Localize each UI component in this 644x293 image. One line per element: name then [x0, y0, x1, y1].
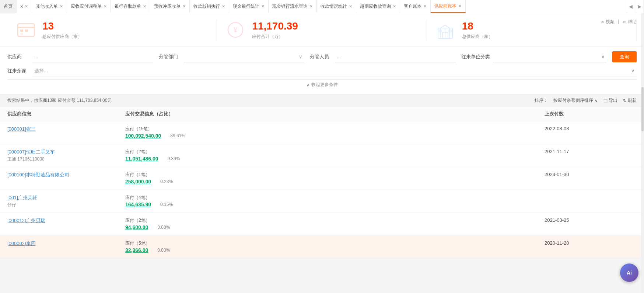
- transaction-label-6: 应付（5笔）: [125, 240, 545, 247]
- supplier-label: 供应商: [7, 54, 29, 60]
- dept-label: 分管部门: [159, 54, 181, 60]
- supplier-link-1[interactable]: [000001]张三: [7, 126, 36, 132]
- divider: |: [618, 19, 619, 25]
- nav-prepay-ar[interactable]: 预收冲应收单 ✕: [150, 0, 190, 13]
- nav-other-income-close[interactable]: ✕: [60, 4, 63, 9]
- video-link[interactable]: ⊙ 视频: [601, 19, 614, 25]
- nav-overdue-ar-close[interactable]: ✕: [393, 4, 396, 9]
- svg-text:¥: ¥: [234, 26, 237, 34]
- nav-bank-deposit[interactable]: 银行存取款单 ✕: [111, 0, 150, 13]
- nav-cash-bank-stat[interactable]: 现金银行统计 ✕: [229, 0, 269, 13]
- nav-arrow-left[interactable]: ◀: [626, 0, 635, 13]
- search-button[interactable]: 查询: [612, 51, 637, 62]
- stats-header: 13 总应付供应商（家） ¥ 11,170.39 应付合计（万）: [0, 13, 644, 47]
- lastpay-cell-6: 2020-11-20: [545, 240, 618, 246]
- supplier-cell-1: [000001]张三: [7, 126, 125, 132]
- nav-receipt-verify[interactable]: 收款核销执行 ✕: [190, 0, 229, 13]
- nav-receipt-verify-close[interactable]: ✕: [222, 4, 225, 9]
- scrollbar[interactable]: [641, 13, 644, 259]
- nav-arrows: ◀ ▶: [626, 0, 644, 13]
- collapse-button[interactable]: ∧ 收起更多条件: [7, 79, 637, 90]
- lastpay-cell-3: 2023-01-30: [545, 172, 618, 177]
- balance-label: 往来余额: [7, 68, 29, 74]
- transaction-cell-1: 应付（15笔） 100,092,540.00 89.61%: [125, 126, 545, 139]
- transaction-pct-3: 0.23%: [160, 179, 173, 184]
- nav-customer-book[interactable]: 客户账本 ✕: [400, 0, 431, 13]
- nav-home[interactable]: 首页: [0, 0, 17, 13]
- balance-input[interactable]: 选择... ∨: [32, 65, 637, 76]
- nav-cash-bank-stat-close[interactable]: ✕: [261, 4, 265, 9]
- results-bar: 搜索结果中，供应商13家 应付金额 111,703,854.00元 排序： 按应…: [0, 94, 644, 107]
- transaction-amount-3[interactable]: 258,000.00: [125, 179, 151, 185]
- svg-rect-12: [439, 30, 442, 32]
- lastpay-cell-2: 2021-11-17: [545, 149, 618, 154]
- refresh-button[interactable]: ↻ 刷新: [623, 97, 637, 104]
- filter-dept: 分管部门 ∨: [159, 51, 305, 62]
- nav-cash-bank-flow-close[interactable]: ✕: [309, 4, 313, 9]
- category-label: 往来单位分类: [461, 54, 490, 60]
- transaction-amount-2[interactable]: 11,051,486.00: [125, 156, 158, 162]
- dept-input[interactable]: ∨: [184, 51, 305, 62]
- collapse-icon: ∧: [307, 82, 310, 87]
- nav-supplier-book[interactable]: 供应商账本 ✕: [431, 0, 466, 13]
- nav-bank-deposit-close[interactable]: ✕: [143, 4, 146, 9]
- top-navigation: 首页 3 ✕ 其他收入单 ✕ 应收应付调整单 ✕ 银行存取款单 ✕ 预收冲应收单…: [0, 0, 644, 13]
- supplier-link-2[interactable]: [000007]恒旺二手叉车: [7, 149, 55, 155]
- nav-prepay-ar-close[interactable]: ✕: [182, 4, 186, 9]
- header-transaction: 应付交易信息（占比）: [125, 111, 545, 117]
- nav-customer-book-label: 客户账本: [404, 3, 421, 10]
- nav-arrow-right[interactable]: ▶: [635, 0, 644, 13]
- collapse-label: 收起更多条件: [311, 82, 338, 88]
- lastpay-date-2: 2021-11-17: [545, 149, 569, 154]
- sort-select[interactable]: 按应付余额倒序排序 ∨: [553, 97, 598, 104]
- nav-receipt-stat-close[interactable]: ✕: [349, 4, 352, 9]
- nav-tab3[interactable]: 3 ✕: [17, 0, 32, 13]
- transaction-amount-6[interactable]: 32,366.00: [125, 247, 148, 253]
- svg-rect-13: [449, 30, 451, 32]
- supplier-link-4[interactable]: [001]广州荣轩: [7, 195, 37, 200]
- transaction-label-4: 应付（4笔）: [125, 194, 545, 201]
- payable-suppliers-icon: [15, 19, 37, 41]
- scrollbar-thumb[interactable]: [641, 87, 644, 131]
- sort-value: 按应付余额倒序排序: [553, 97, 593, 104]
- payable-suppliers-label: 总应付供应商（家）: [42, 34, 82, 40]
- table-row: [001]广州荣轩 仔仔 应付（4笔） 164,635.90 0.15%: [0, 190, 644, 213]
- nav-ar-ap-adjust[interactable]: 应收应付调整单 ✕: [67, 0, 111, 13]
- nav-cash-bank-flow[interactable]: 现金银行流水查询 ✕: [269, 0, 317, 13]
- transaction-amount-4[interactable]: 164,635.90: [125, 201, 151, 207]
- supplier-input[interactable]: ...: [32, 51, 153, 62]
- category-arrow: ∨: [601, 54, 605, 59]
- nav-prepay-ar-label: 预收冲应收单: [154, 3, 181, 10]
- transaction-pct-6: 0.03%: [157, 248, 170, 253]
- table-row: [000100]本特勤油品有限公司 应付（1笔） 258,000.00 0.23…: [0, 167, 644, 190]
- transaction-label-1: 应付（15笔）: [125, 126, 545, 132]
- header-actions: ⊙ 视频 | ⊙ 帮助: [601, 19, 637, 25]
- payable-total-number: 11,170.39: [252, 20, 298, 32]
- svg-rect-2: [20, 30, 23, 32]
- main-table: 供应商信息 应付交易信息（占比） 上次付数 [000001]张三 应付（15笔）…: [0, 107, 644, 259]
- header-lastpay: 上次付数: [545, 111, 618, 117]
- nav-other-income-label: 其他收入单: [36, 3, 58, 10]
- help-link[interactable]: ⊙ 帮助: [623, 19, 637, 25]
- category-input[interactable]: ∨: [493, 51, 607, 62]
- nav-overdue-ar[interactable]: 超期应收款查询 ✕: [356, 0, 400, 13]
- balance-placeholder: 选择...: [34, 68, 48, 74]
- refresh-label: 刷新: [628, 97, 637, 104]
- nav-customer-book-close[interactable]: ✕: [423, 4, 427, 9]
- nav-receipt-stat[interactable]: 收款情况统计 ✕: [317, 0, 356, 13]
- nav-cash-bank-stat-label: 现金银行统计: [233, 3, 259, 10]
- supplier-link-6[interactable]: [000002]李四: [7, 241, 36, 246]
- nav-tab3-close[interactable]: ✕: [25, 4, 28, 9]
- supplier-link-5[interactable]: [000012]广州贝瑞: [7, 218, 45, 223]
- nav-ar-ap-adjust-close[interactable]: ✕: [104, 4, 107, 9]
- balance-arrow: ∨: [631, 68, 635, 73]
- nav-supplier-book-close[interactable]: ✕: [458, 4, 462, 8]
- nav-receipt-stat-label: 收款情况统计: [321, 3, 347, 10]
- person-input[interactable]: ...: [335, 51, 456, 62]
- export-button[interactable]: ⬚ 导出: [603, 97, 617, 104]
- transaction-amount-1[interactable]: 100,092,540.00: [125, 133, 161, 139]
- nav-other-income[interactable]: 其他收入单 ✕: [32, 0, 67, 13]
- supplier-link-3[interactable]: [000100]本特勤油品有限公司: [7, 172, 69, 177]
- transaction-amount-5[interactable]: 94,600.00: [125, 224, 148, 230]
- table-row: [000012]广州贝瑞 应付（2笔） 94,600.00 0.08% 2021…: [0, 213, 644, 236]
